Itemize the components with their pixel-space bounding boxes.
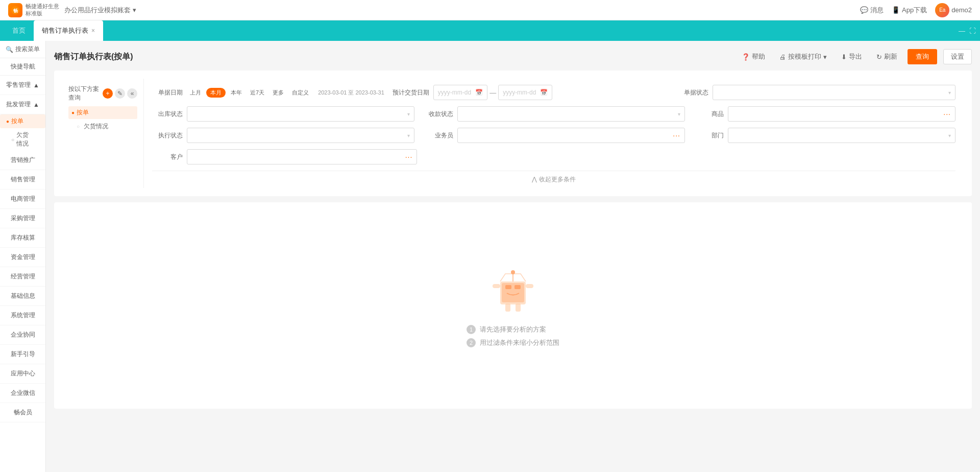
- filter-group-dept: 部门 ▾: [693, 128, 955, 143]
- dept-label: 部门: [693, 131, 724, 140]
- help-btn[interactable]: ❓ 帮助: [738, 50, 769, 63]
- top-bar-right: 💬 消息 📱 App下载 Ea demo2: [860, 3, 972, 17]
- doc-status-arrow: ▾: [948, 90, 951, 96]
- empty-tips: 1 请先选择要分析的方案 2 用过滤条件来缩小分析范围: [467, 325, 559, 347]
- add-scheme-btn[interactable]: +: [103, 88, 113, 99]
- page-title: 销售订单执行表(按单): [54, 52, 133, 62]
- period-this-month[interactable]: 本月: [206, 88, 226, 98]
- filter-group-expected-date: 预计交货日期 yyyy-mm-dd 📅 — yyyy-mm-dd 📅: [393, 85, 670, 100]
- doc-status-label: 单据状态: [678, 88, 708, 97]
- logo-area: 畅 畅捷通好生意 标准版: [8, 3, 59, 17]
- period-last-month[interactable]: 上月: [187, 88, 204, 98]
- filter-panel: 按以下方案查询 + ✎ « ● 按单 ○: [54, 70, 972, 196]
- doc-status-select[interactable]: ▾: [713, 85, 955, 100]
- expected-date-end[interactable]: yyyy-mm-dd 📅: [498, 85, 552, 100]
- sidebar-sub-欠货情况[interactable]: ○ 欠货情况: [0, 128, 45, 151]
- customer-dots[interactable]: ···: [405, 153, 413, 161]
- tab-sales-order[interactable]: 销售订单执行表 ×: [34, 20, 103, 41]
- period-custom[interactable]: 自定义: [289, 88, 312, 98]
- sidebar-search[interactable]: 🔍 搜索菜单: [0, 41, 45, 58]
- period-this-year[interactable]: 本年: [228, 88, 245, 98]
- pay-status-select[interactable]: ▾: [457, 106, 685, 122]
- scheme-item-按单[interactable]: ● 按单: [68, 106, 137, 119]
- svg-rect-6: [493, 284, 500, 288]
- refresh-btn[interactable]: ↻ 刷新: [872, 50, 901, 63]
- filter-row-4: 客户 ···: [152, 149, 955, 164]
- sidebar-item-retail[interactable]: 零售管理 ▲: [0, 76, 45, 95]
- sidebar-item-basics[interactable]: 基础信息: [0, 287, 45, 306]
- export-btn[interactable]: ⬇ 导出: [837, 50, 866, 63]
- expected-date-start[interactable]: yyyy-mm-dd 📅: [433, 85, 487, 100]
- sidebar-item-ecommerce[interactable]: 电商管理: [0, 190, 45, 209]
- sidebar-item-operations[interactable]: 经营管理: [0, 267, 45, 287]
- ship-status-label: 出库状态: [152, 110, 183, 119]
- tab-home[interactable]: 首页: [4, 20, 34, 41]
- sidebar-item-finance[interactable]: 资金管理: [0, 248, 45, 267]
- empty-tip-2: 2 用过滤条件来缩小分析范围: [467, 338, 559, 347]
- scheme-header: 按以下方案查询 + ✎ «: [68, 85, 137, 102]
- svg-text:畅: 畅: [13, 8, 18, 13]
- salesperson-dots[interactable]: ···: [673, 131, 680, 139]
- svg-rect-9: [516, 303, 521, 312]
- svg-rect-5: [514, 285, 521, 289]
- message-btn[interactable]: 💬 消息: [860, 6, 884, 15]
- tab-close-icon[interactable]: ×: [91, 27, 95, 34]
- tab-bar: 首页 销售订单执行表 × — ⛶: [0, 20, 980, 41]
- sidebar-item-enterprise[interactable]: 企业协同: [0, 325, 45, 345]
- svg-rect-4: [505, 285, 511, 289]
- sidebar-item-wholesale[interactable]: 批发管理 ▲: [0, 95, 45, 114]
- sidebar-item-newbie[interactable]: 新手引导: [0, 345, 45, 364]
- filter-row-1: 单据日期 上月 本月 本年 近7天 更多 自定义 2023-03-01 至 20…: [152, 85, 955, 100]
- date-start-placeholder: yyyy-mm-dd: [438, 89, 471, 96]
- sidebar-item-purchase[interactable]: 采购管理: [0, 209, 45, 228]
- scheme-item-欠货情况[interactable]: ○ 欠货情况: [68, 120, 137, 133]
- filter-group-salesperson: 业务员 ···: [423, 128, 685, 143]
- sidebar-sub-按单[interactable]: ● 按单: [0, 114, 45, 128]
- salesperson-input[interactable]: ···: [457, 128, 685, 143]
- top-bar: 畅 畅捷通好生意 标准版 办公用品行业模拟账套 ▾ 💬 消息 📱 App下载 E…: [0, 0, 980, 20]
- product-dots[interactable]: ···: [943, 110, 951, 118]
- product-input[interactable]: ···: [728, 106, 955, 122]
- filter-row-3: 执行状态 ▾ 业务员 ···: [152, 128, 955, 143]
- app-download-btn[interactable]: 📱 App下载: [892, 6, 927, 15]
- refresh-icon: ↻: [876, 53, 882, 61]
- date-range-text: 2023-03-01 至 2023-03-31: [318, 89, 384, 97]
- sidebar-quick-nav[interactable]: 快捷导航: [0, 58, 45, 76]
- user-profile[interactable]: Ea demo2: [935, 3, 972, 17]
- collapse-scheme-btn[interactable]: «: [127, 88, 137, 99]
- dept-select[interactable]: ▾: [728, 128, 955, 143]
- scheme-title: 按以下方案查询: [68, 85, 103, 102]
- sidebar-item-member[interactable]: 畅会员: [0, 403, 45, 422]
- customer-input[interactable]: ···: [187, 149, 417, 164]
- window-minimize-btn[interactable]: —: [959, 27, 965, 35]
- period-last7[interactable]: 近7天: [247, 88, 267, 98]
- settings-btn[interactable]: 设置: [943, 49, 972, 64]
- svg-rect-8: [505, 303, 510, 312]
- dept-arrow: ▾: [948, 133, 951, 138]
- date-end-placeholder: yyyy-mm-dd: [503, 89, 536, 96]
- scheme-panel: 按以下方案查询 + ✎ « ● 按单 ○: [62, 79, 144, 188]
- ship-status-select[interactable]: ▾: [187, 106, 414, 122]
- industry-title[interactable]: 办公用品行业模拟账套 ▾: [64, 6, 136, 15]
- query-btn[interactable]: 查询: [908, 49, 937, 64]
- sidebar-item-inventory[interactable]: 库存核算: [0, 228, 45, 248]
- download-icon: 📱: [892, 6, 900, 14]
- logo-icon: 畅: [8, 3, 22, 17]
- window-maximize-btn[interactable]: ⛶: [969, 27, 976, 35]
- edit-scheme-btn[interactable]: ✎: [115, 88, 125, 99]
- print-btn[interactable]: 🖨 按模板打印 ▾: [775, 50, 831, 63]
- sidebar-item-system[interactable]: 系统管理: [0, 306, 45, 325]
- ship-arrow: ▾: [407, 111, 410, 117]
- results-area: 1 请先选择要分析的方案 2 用过滤条件来缩小分析范围: [54, 202, 972, 409]
- period-more[interactable]: 更多: [270, 88, 287, 98]
- sidebar-item-sales[interactable]: 销售管理: [0, 170, 45, 190]
- sidebar-item-apps[interactable]: 应用中心: [0, 364, 45, 384]
- filter-group-customer: 客户 ···: [152, 149, 417, 164]
- product-label: 商品: [693, 110, 724, 119]
- collapse-bar[interactable]: ⋀ 收起更多条件: [152, 171, 955, 188]
- filter-group-ship: 出库状态 ▾: [152, 106, 414, 122]
- exec-status-select[interactable]: ▾: [187, 128, 414, 143]
- empty-illustration: [487, 264, 538, 315]
- sidebar-item-marketing[interactable]: 营销推广: [0, 151, 45, 170]
- sidebar-item-wechat[interactable]: 企业微信: [0, 384, 45, 403]
